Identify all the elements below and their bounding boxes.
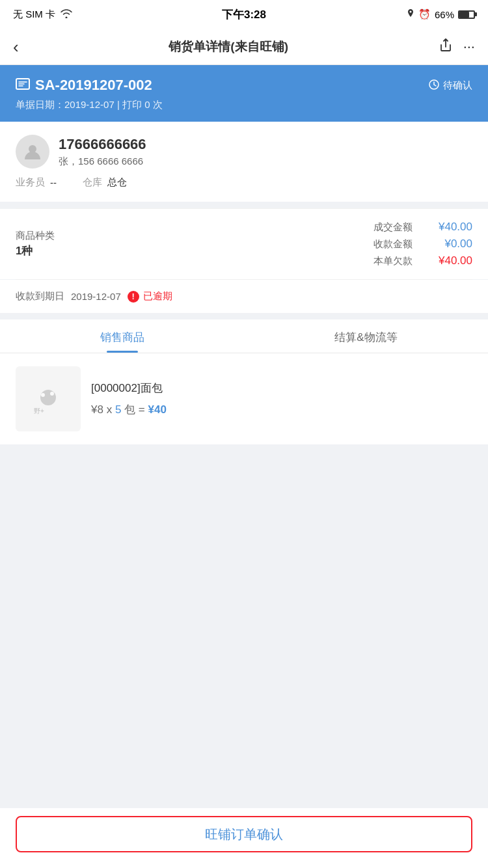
- overdue-text: 已逾期: [143, 290, 172, 303]
- product-equals: =: [139, 403, 148, 416]
- nav-actions: ···: [439, 38, 475, 56]
- product-price: ¥8: [91, 403, 103, 416]
- receipt-amount-value: ¥0.00: [420, 237, 472, 251]
- customer-card: 17666666666 张，156 6666 6666 业务员 -- 仓库 总仓: [0, 122, 488, 202]
- product-qty: 5: [115, 403, 121, 416]
- product-unit: 包: [124, 403, 135, 416]
- product-item: 野+ [0000002]面包 ¥8 x 5 包 = ¥40: [0, 353, 488, 444]
- customer-name: 张，156 6666 6666: [59, 156, 146, 168]
- share-button[interactable]: [439, 38, 453, 56]
- product-type-label: 商品种类: [16, 230, 373, 242]
- due-date-label: 收款到期日: [16, 290, 64, 303]
- product-section: 野+ [0000002]面包 ¥8 x 5 包 = ¥40: [0, 353, 488, 444]
- deal-amount-value: ¥40.00: [420, 221, 472, 234]
- bottom-action: 旺铺订单确认: [0, 808, 488, 868]
- product-thumbnail: 野+: [16, 366, 81, 431]
- order-id-icon: [16, 77, 30, 94]
- warehouse-value: 总仓: [107, 176, 127, 189]
- svg-point-3: [40, 390, 56, 405]
- status-badge: 待确认: [429, 79, 472, 92]
- product-total: ¥40: [148, 403, 166, 416]
- status-left: 无 SIM 卡: [13, 8, 72, 21]
- product-type-value: 1种: [16, 243, 373, 258]
- tab-settlement-logistics[interactable]: 结算&物流等: [244, 319, 488, 353]
- status-bar: 无 SIM 卡 下午3:28 ⏰ 66%: [0, 0, 488, 29]
- order-date: 单据日期：2019-12-07 | 打印 0 次: [16, 99, 472, 111]
- location-icon: [407, 9, 414, 20]
- empty-space: [0, 444, 488, 562]
- carrier-text: 无 SIM 卡: [13, 8, 55, 21]
- tabs-container: 销售商品 结算&物流等: [0, 319, 488, 353]
- order-id: SA-20191207-002: [16, 77, 152, 94]
- salesperson-label: 业务员: [16, 176, 45, 189]
- receipt-amount-label: 收款金额: [373, 238, 413, 251]
- due-date-section: 收款到期日 2019-12-07 ! 已逾期: [0, 280, 488, 313]
- confirm-order-button[interactable]: 旺铺订单确认: [16, 816, 472, 852]
- product-info: [0000002]面包 ¥8 x 5 包 = ¥40: [91, 381, 472, 417]
- customer-phone: 17666666666: [59, 136, 146, 153]
- customer-info-row: 业务员 -- 仓库 总仓: [16, 176, 472, 189]
- battery-icon: [458, 10, 475, 19]
- customer-avatar: [16, 135, 49, 169]
- battery-percent: 66%: [435, 9, 454, 20]
- product-price-row: ¥8 x 5 包 = ¥40: [91, 402, 472, 417]
- svg-point-4: [41, 393, 45, 397]
- owed-amount-value: ¥40.00: [420, 254, 472, 267]
- summary-section: 商品种类 1种 成交金额 ¥40.00 收款金额 ¥0.00 本单欠款 ¥40.…: [0, 209, 488, 279]
- nav-bar: ‹ 销货单详情(来自旺铺) ···: [0, 29, 488, 65]
- svg-point-5: [50, 392, 54, 396]
- overdue-icon: !: [128, 291, 139, 303]
- svg-text:野+: 野+: [34, 407, 44, 414]
- deal-amount-label: 成交金额: [373, 221, 413, 234]
- order-header-card: SA-20191207-002 待确认 单据日期：2019-12-07 | 打印…: [0, 65, 488, 122]
- status-clock-icon: [429, 79, 439, 92]
- status-right: ⏰ 66%: [407, 8, 475, 20]
- alarm-icon: ⏰: [418, 8, 431, 20]
- warehouse-label: 仓库: [83, 176, 102, 189]
- due-date-value: 2019-12-07: [71, 291, 121, 302]
- owed-amount-label: 本单欠款: [373, 255, 413, 267]
- back-button[interactable]: ‹: [13, 38, 19, 55]
- tab-sales-products[interactable]: 销售商品: [0, 319, 244, 353]
- page-title: 销货单详情(来自旺铺): [169, 38, 288, 55]
- salesperson-value: --: [50, 177, 57, 188]
- product-multiply: x: [107, 403, 115, 416]
- more-button[interactable]: ···: [463, 38, 475, 55]
- wifi-icon: [61, 9, 72, 20]
- status-time: 下午3:28: [222, 7, 266, 22]
- order-status-text: 待确认: [443, 79, 472, 92]
- product-name: [0000002]面包: [91, 381, 472, 396]
- overdue-badge: ! 已逾期: [128, 290, 172, 303]
